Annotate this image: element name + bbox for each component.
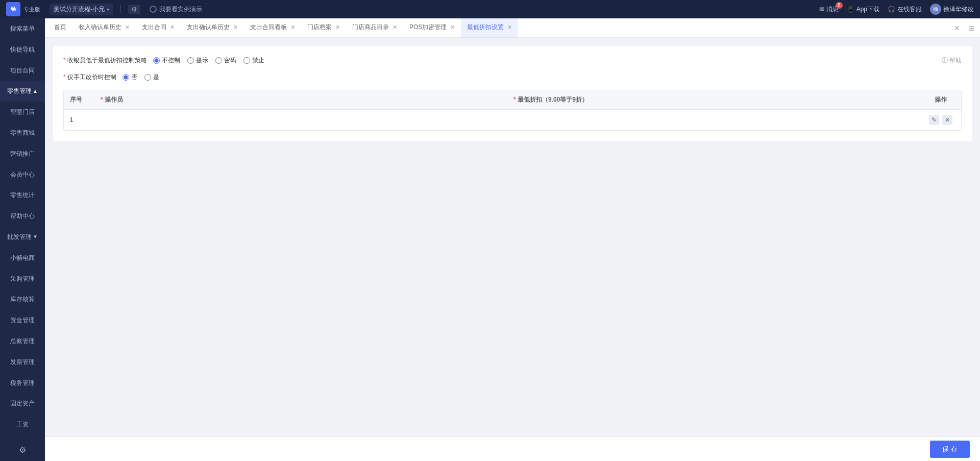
chevron-down-icon: ▾: [107, 7, 109, 12]
tab-min-discount-close[interactable]: ✕: [507, 24, 512, 31]
arrow-down-icon: ▼: [33, 233, 38, 240]
tab-menu-btn[interactable]: ⊞: [966, 23, 977, 33]
tab-store-catalog[interactable]: 门店商品目录 ✕: [346, 18, 403, 38]
sidebar-item-wholesale[interactable]: 批发管理 ▼: [0, 227, 45, 248]
sidebar-settings-btn[interactable]: ⚙: [0, 439, 45, 461]
col-header-min-discount: * 最低折扣（9.00等于9折）: [507, 90, 920, 109]
sidebar-item-ecommerce[interactable]: 小畅电商: [0, 248, 45, 269]
control-strategy-row: * 收银员低于最低折扣控制策略 不控制 提示: [63, 56, 962, 65]
app-download-btn[interactable]: 📱 App下载: [847, 5, 879, 14]
edit-icon-btn[interactable]: ✎: [929, 115, 939, 125]
sidebar-item-member[interactable]: 会员中心: [0, 164, 45, 185]
tab-expense-confirm-history[interactable]: 支出确认单历史 ✕: [181, 18, 244, 38]
tab-expense-confirm-history-label: 支出确认单历史: [187, 23, 230, 32]
project-selector[interactable]: 测试分开流程-小兄 ▾: [50, 4, 113, 15]
radio-no-label: 否: [131, 73, 137, 82]
radio-password-label: 密码: [224, 56, 236, 65]
radio-yes[interactable]: 是: [144, 73, 159, 82]
radio-prompt[interactable]: 提示: [187, 56, 208, 65]
sidebar-item-marketing[interactable]: 营销推广: [0, 143, 45, 164]
control-strategy-text: 收银员低于最低折扣控制策略: [67, 57, 147, 64]
tab-expense-contract-label: 支出合同: [142, 23, 166, 32]
tab-expense-board-close[interactable]: ✕: [290, 24, 295, 31]
demo-text: 我要看实例演示: [159, 5, 202, 14]
sidebar-item-retail[interactable]: 零售管理 ▲: [0, 81, 45, 102]
sidebar-item-smartstore[interactable]: 智慧门店: [0, 102, 45, 123]
row-operator: [94, 115, 507, 125]
sidebar-item-search[interactable]: 搜索菜单: [0, 18, 45, 39]
manual-control-radio-group: 否 是: [122, 73, 159, 82]
radio-no-control[interactable]: 不控制: [153, 56, 180, 65]
tab-store-catalog-close[interactable]: ✕: [393, 24, 397, 31]
manual-control-text: 仅手工改价时控制: [67, 74, 116, 81]
tab-income-history[interactable]: 收入确认单历史 ✕: [72, 18, 136, 38]
project-name: 测试分开流程-小兄: [54, 5, 105, 14]
tab-pos-encrypt-label: POS加密管理: [409, 23, 447, 32]
avatar: 徐: [930, 4, 941, 15]
tab-store-file[interactable]: 门店档案 ✕: [301, 18, 346, 38]
content-area: 首页 收入确认单历史 ✕ 支出合同 ✕ 支出确认单历史 ✕ 支出合同看板 ✕ 门…: [45, 18, 980, 461]
sidebar-item-invoice[interactable]: 发票管理: [0, 352, 45, 373]
tab-home-label: 首页: [54, 23, 66, 32]
delete-icon-btn[interactable]: ✕: [942, 115, 952, 125]
demo-link[interactable]: 我要看实例演示: [150, 5, 202, 14]
sidebar-item-assets[interactable]: 固定资产: [0, 393, 45, 414]
message-badge: 8: [836, 2, 843, 9]
save-button[interactable]: 保 存: [930, 441, 970, 458]
main-layout: 搜索菜单 快捷导航 项目合同 零售管理 ▲ 智慧门店 零售商城 营销推广 会员中…: [0, 18, 980, 461]
sidebar-item-quicknav[interactable]: 快捷导航: [0, 39, 45, 60]
tab-pos-encrypt-close[interactable]: ✕: [450, 24, 455, 31]
tab-min-discount-label: 最低折扣设置: [467, 23, 504, 32]
message-btn[interactable]: ✉ 消息 8: [819, 5, 839, 14]
demo-circle-icon: [150, 6, 157, 13]
radio-no[interactable]: 否: [122, 73, 137, 82]
sidebar-item-onlinestore[interactable]: 零售商城: [0, 123, 45, 143]
radio-password-input[interactable]: [215, 57, 222, 64]
divider: [120, 5, 121, 13]
table-row: 1 ✎ ✕: [64, 110, 961, 130]
tab-expense-board[interactable]: 支出合同看板 ✕: [244, 18, 301, 38]
radio-no-control-input[interactable]: [153, 57, 160, 64]
sidebar-item-help[interactable]: 帮助中心: [0, 206, 45, 227]
logo-text: 专业版: [23, 6, 40, 13]
sidebar-item-finance[interactable]: 资金管理: [0, 310, 45, 331]
sidebar-item-stats[interactable]: 零售统计: [0, 185, 45, 206]
col-discount-text: 最低折扣（9.00等于9折）: [518, 96, 588, 103]
help-link[interactable]: ⓘ 帮助: [942, 56, 962, 65]
message-icon: ✉: [819, 6, 824, 13]
tab-expense-confirm-history-close[interactable]: ✕: [233, 24, 238, 31]
radio-prompt-input[interactable]: [187, 57, 194, 64]
sidebar-item-ledger[interactable]: 总账管理: [0, 331, 45, 352]
tab-pos-encrypt[interactable]: POS加密管理 ✕: [403, 18, 461, 38]
sidebar-item-salary[interactable]: 工资: [0, 414, 45, 435]
sidebar-item-project[interactable]: 项目合同: [0, 60, 45, 81]
online-service-btn[interactable]: 🎧 在线客服: [888, 5, 922, 14]
sidebar-item-inventory[interactable]: 库存核算: [0, 289, 45, 310]
tab-close-all-btn[interactable]: ✕: [951, 23, 963, 33]
tab-expense-contract-close[interactable]: ✕: [170, 24, 175, 31]
col-operator-text: 操作员: [105, 96, 123, 103]
sidebar-item-tax[interactable]: 税务管理: [0, 373, 45, 394]
phone-icon: 📱: [847, 6, 854, 13]
sidebar-item-purchase[interactable]: 采购管理: [0, 269, 45, 289]
tab-store-catalog-label: 门店商品目录: [352, 23, 389, 32]
settings-icon-btn[interactable]: ⚙: [128, 5, 140, 14]
user-menu-btn[interactable]: 徐 徐泽华修改: [930, 4, 974, 15]
col-discount-required: *: [513, 96, 516, 103]
tabbar: 首页 收入确认单历史 ✕ 支出合同 ✕ 支出确认单历史 ✕ 支出合同看板 ✕ 门…: [45, 18, 980, 38]
tab-min-discount[interactable]: 最低折扣设置 ✕: [461, 18, 518, 38]
help-icon: ⓘ: [942, 56, 948, 65]
radio-yes-input[interactable]: [144, 74, 151, 81]
radio-no-input[interactable]: [122, 74, 129, 81]
logo-icon: 畅: [6, 2, 20, 16]
page-content: * 收银员低于最低折扣控制策略 不控制 提示: [45, 38, 980, 436]
tab-store-file-close[interactable]: ✕: [335, 24, 340, 31]
radio-password[interactable]: 密码: [215, 56, 236, 65]
radio-forbid-input[interactable]: [243, 57, 250, 64]
radio-forbid[interactable]: 禁止: [243, 56, 264, 65]
tab-expense-contract[interactable]: 支出合同 ✕: [136, 18, 181, 38]
tab-home[interactable]: 首页: [48, 18, 72, 38]
col-header-seq: 序号: [64, 90, 94, 109]
control-strategy-label: * 收银员低于最低折扣控制策略: [63, 56, 147, 65]
tab-income-history-close[interactable]: ✕: [125, 24, 130, 31]
